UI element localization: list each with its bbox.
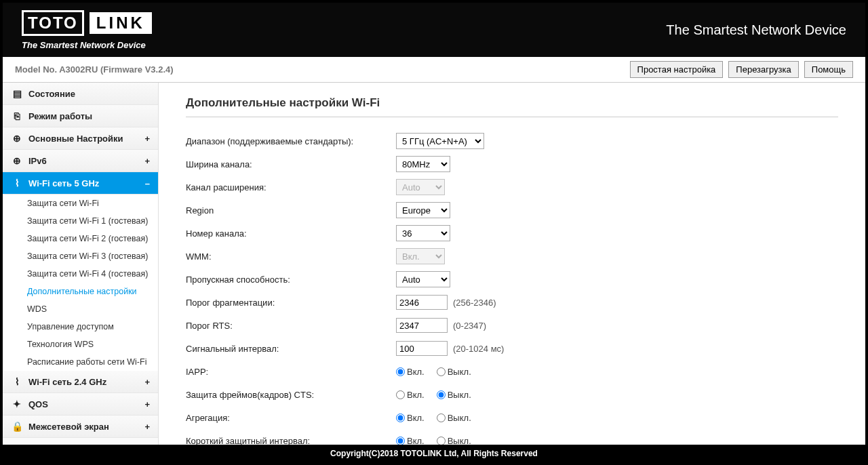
- logo-text-right: LINK: [90, 12, 152, 34]
- sidebar-sub-wps[interactable]: Технология WPS: [3, 336, 158, 353]
- cts-radios: Вкл. Выкл.: [396, 390, 471, 400]
- sidebar-sub-advanced[interactable]: Дополнительные настройки: [3, 283, 158, 300]
- label-region: Region: [186, 205, 396, 216]
- label-frag: Порог фрагментации:: [186, 298, 396, 308]
- channel-select[interactable]: 36: [396, 225, 450, 241]
- sidebar-item-mode[interactable]: ⎘ Режим работы: [3, 105, 158, 127]
- sidebar-label: Wi-Fi сеть 5 GHz: [28, 178, 99, 188]
- header-tagline: The Smartest Network Device: [666, 22, 846, 38]
- sidebar-label: QOS: [28, 399, 48, 409]
- label-cts: Защита фреймов(кадров) CTS:: [186, 390, 396, 400]
- aggr-off[interactable]: [437, 413, 446, 422]
- beacon-input[interactable]: [396, 341, 448, 356]
- globe-icon: ⊕: [11, 133, 23, 144]
- beacon-hint: (20-1024 мс): [453, 344, 504, 354]
- band-select[interactable]: 5 ГГц (AC+N+A): [396, 133, 484, 149]
- sidebar-sub-security[interactable]: Защита сети Wi-Fi: [3, 195, 158, 212]
- collapse-icon: –: [145, 178, 150, 188]
- label-rts: Порог RTS:: [186, 321, 396, 331]
- iapp-on[interactable]: [396, 367, 405, 376]
- sidebar-label: Основные Настройки: [28, 134, 123, 144]
- sidebar-item-firewall[interactable]: 🔒 Межсетевой экран +: [3, 416, 158, 438]
- sidebar-label: Состояние: [28, 89, 75, 99]
- sidebar-sub-guest2[interactable]: Защита сети Wi-Fi 2 (гостевая): [3, 230, 158, 247]
- globe-icon: ⊕: [11, 155, 23, 166]
- wmm-select: Вкл.: [396, 248, 445, 264]
- logo-subtitle: The Smartest Network Device: [22, 40, 152, 50]
- footer: Copyright(C)2018 TOTOLINK Ltd, All Right…: [3, 445, 865, 462]
- header: TOTO LINK The Smartest Network Device Th…: [3, 3, 865, 57]
- wifi-icon: ⌇: [11, 376, 23, 387]
- label-band: Диапазон (поддерживаемые стандарты):: [186, 136, 396, 146]
- shortgi-on[interactable]: [396, 437, 405, 445]
- iapp-off[interactable]: [437, 367, 446, 376]
- qos-icon: ✦: [11, 399, 23, 409]
- sidebar-label: Wi-Fi сеть 2.4 GHz: [28, 377, 106, 387]
- logo: TOTO LINK The Smartest Network Device: [22, 10, 152, 50]
- sidebar-item-wifi-24ghz[interactable]: ⌇ Wi-Fi сеть 2.4 GHz +: [3, 371, 158, 393]
- label-beacon: Сигнальный интервал:: [186, 344, 396, 354]
- sidebar-item-ipv6[interactable]: ⊕ IPv6 +: [3, 150, 158, 172]
- shortgi-radios: Вкл. Выкл.: [396, 436, 471, 445]
- expand-icon: +: [144, 156, 150, 166]
- reboot-button[interactable]: Перезагрузка: [728, 61, 798, 78]
- label-channel: Номер канала:: [186, 228, 396, 239]
- width-select[interactable]: 80MHz: [396, 156, 450, 172]
- chat-icon: ▤: [11, 88, 23, 99]
- label-aggr: Агрегация:: [186, 413, 396, 423]
- expand-icon: +: [144, 399, 150, 409]
- cts-on[interactable]: [396, 390, 405, 399]
- sidebar-item-qos[interactable]: ✦ QOS +: [3, 393, 158, 416]
- label-rate: Пропускная способность:: [186, 275, 396, 285]
- sidebar[interactable]: ▤ Состояние ⎘ Режим работы ⊕ Основные На…: [3, 83, 159, 445]
- sidebar-label: Режим работы: [28, 111, 92, 121]
- aggr-radios: Вкл. Выкл.: [396, 413, 471, 423]
- extch-select: Auto: [396, 179, 445, 195]
- sidebar-label: IPv6: [28, 156, 47, 166]
- frag-input[interactable]: [396, 295, 448, 310]
- region-select[interactable]: Europe: [396, 202, 450, 218]
- help-button[interactable]: Помощь: [804, 61, 853, 78]
- lock-icon: 🔒: [11, 421, 23, 432]
- frag-hint: (256-2346): [453, 298, 496, 308]
- info-bar: Model No. A3002RU (Firmware V3.2.4) Прос…: [3, 57, 865, 83]
- sidebar-sub-guest3[interactable]: Защита сети Wi-Fi 3 (гостевая): [3, 247, 158, 265]
- label-iapp: IAPP:: [186, 367, 396, 377]
- expand-icon: +: [144, 134, 150, 144]
- mode-icon: ⎘: [11, 110, 23, 121]
- cts-off[interactable]: [437, 390, 446, 399]
- iapp-radios: Вкл. Выкл.: [396, 367, 471, 377]
- expand-icon: +: [144, 422, 150, 432]
- sidebar-sub-schedule[interactable]: Расписание работы сети Wi-Fi: [3, 353, 158, 371]
- label-wmm: WMM:: [186, 251, 396, 262]
- sidebar-sub-guest4[interactable]: Защита сети Wi-Fi 4 (гостевая): [3, 265, 158, 283]
- page-title: Дополнительные настройки Wi-Fi: [186, 96, 838, 117]
- label-shortgi: Короткий защитный интервал:: [186, 436, 396, 445]
- logo-text-left: TOTO: [22, 10, 84, 36]
- easy-setup-button[interactable]: Простая настройка: [630, 61, 724, 78]
- sidebar-sub-wds[interactable]: WDS: [3, 300, 158, 318]
- expand-icon: +: [144, 377, 150, 387]
- content-area[interactable]: Дополнительные настройки Wi-Fi Диапазон …: [159, 83, 865, 445]
- rate-select[interactable]: Auto: [396, 271, 450, 287]
- sidebar-item-basic[interactable]: ⊕ Основные Настройки +: [3, 127, 158, 150]
- rts-hint: (0-2347): [453, 321, 486, 331]
- aggr-on[interactable]: [396, 413, 405, 422]
- sidebar-sub-guest1[interactable]: Защита сети Wi-Fi 1 (гостевая): [3, 212, 158, 230]
- sidebar-label: Межсетевой экран: [28, 422, 109, 432]
- label-extch: Канал расширения:: [186, 182, 396, 193]
- sidebar-sub-access[interactable]: Управление доступом: [3, 318, 158, 336]
- label-width: Ширина канала:: [186, 159, 396, 169]
- wifi-icon: ⌇: [11, 178, 23, 188]
- shortgi-off[interactable]: [437, 437, 446, 445]
- sidebar-item-wifi-5ghz[interactable]: ⌇ Wi-Fi сеть 5 GHz –: [3, 172, 158, 195]
- sidebar-item-status[interactable]: ▤ Состояние: [3, 83, 158, 105]
- rts-input[interactable]: [396, 318, 448, 333]
- model-label: Model No. A3002RU (Firmware V3.2.4): [15, 64, 174, 75]
